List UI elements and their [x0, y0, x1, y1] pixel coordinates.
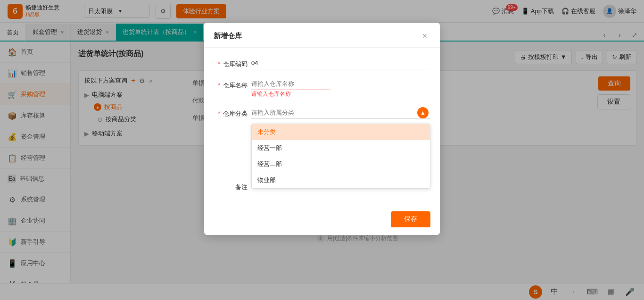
cat-required-star: *	[218, 110, 220, 117]
code-required-star: *	[218, 60, 220, 67]
dialog-header: 新增仓库 ×	[204, 23, 440, 48]
dialog-footer: 保存	[204, 211, 440, 235]
remark-label: 备注	[214, 180, 251, 192]
form-row-category: * 仓库分类 ▲ 未分类 经营一部 经营二部 物业部	[214, 107, 430, 119]
code-input[interactable]	[251, 57, 430, 69]
remark-label-text: 备注	[235, 183, 248, 191]
dialog-title: 新增仓库	[214, 32, 242, 41]
category-select-wrapper: ▲ 未分类 经营一部 经营二部 物业部	[251, 107, 430, 119]
dropdown-option-property[interactable]: 物业部	[252, 172, 430, 188]
name-required-star: *	[218, 82, 220, 89]
dropdown-option-dept1[interactable]: 经营一部	[252, 140, 430, 156]
dropdown-option-dept2[interactable]: 经营二部	[252, 156, 430, 172]
name-error-msg: 请输入仓库名称	[251, 90, 291, 98]
form-row-code: * 仓库编码	[214, 57, 430, 69]
code-label-text: 仓库编码	[223, 60, 248, 67]
code-label: * 仓库编码	[214, 57, 251, 68]
category-label-text: 仓库分类	[223, 110, 248, 117]
dialog-close-button[interactable]: ×	[419, 30, 430, 42]
name-label: * 仓库名称	[214, 78, 251, 90]
dialog-body: * 仓库编码 * 仓库名称 请输入仓库名称 * 仓库分类	[204, 48, 440, 211]
category-dropdown-arrow[interactable]: ▲	[417, 107, 429, 118]
new-warehouse-dialog: 新增仓库 × * 仓库编码 * 仓库名称 请输入仓库名称	[204, 23, 440, 235]
save-button[interactable]: 保存	[391, 211, 430, 227]
name-label-text: 仓库名称	[223, 82, 248, 89]
name-input[interactable]	[251, 78, 330, 90]
name-error-text: 请输入仓库名称	[251, 91, 291, 97]
dropdown-option-uncategorized[interactable]: 未分类	[252, 124, 430, 140]
form-row-name: * 仓库名称 请输入仓库名称	[214, 78, 430, 98]
form-name-row: * 仓库名称	[214, 78, 330, 90]
category-input[interactable]	[251, 107, 430, 119]
category-label: * 仓库分类	[214, 107, 251, 118]
category-dropdown-list: 未分类 经营一部 经营二部 物业部	[251, 124, 430, 189]
